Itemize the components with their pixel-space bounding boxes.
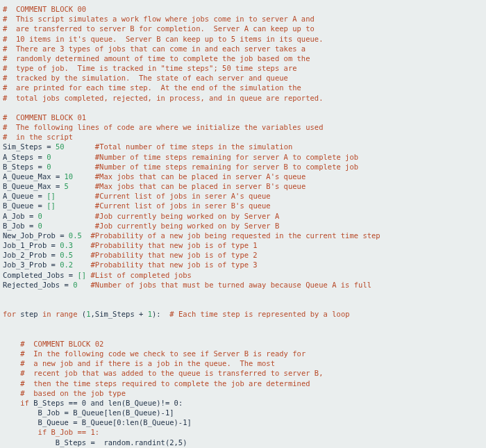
comment-block-02: # COMMENT BLOCK 02 # In the following co… [3,340,324,397]
code-listing: # COMMENT BLOCK 00 # This script simulat… [0,0,486,448]
comment-block-00: # COMMENT BLOCK 00 # This script simulat… [3,5,323,102]
for-keyword: for [3,310,16,318]
comment-block-01: # COMMENT BLOCK 01 # The following lines… [3,113,323,141]
